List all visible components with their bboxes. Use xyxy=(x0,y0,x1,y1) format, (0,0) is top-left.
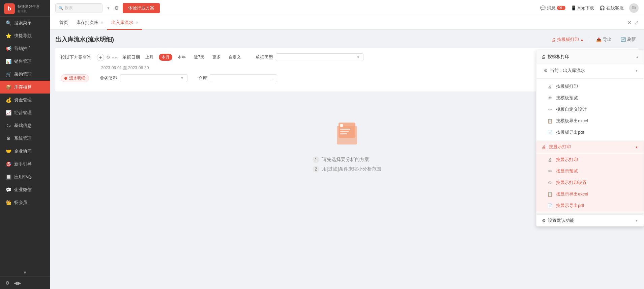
print-template-btn[interactable]: 🖨 按模板打印 ▲ xyxy=(549,35,586,44)
footer-label: 设置默认功能 xyxy=(548,217,574,224)
filter-gear-icon[interactable]: ⚙ xyxy=(106,55,110,60)
basic-icon: 🗂 xyxy=(5,123,11,129)
sidebar-item-label: 应用中心 xyxy=(14,174,32,180)
display-settings-label: 按显示打印设置 xyxy=(556,180,587,186)
customer-service-label: 在线客服 xyxy=(606,5,624,11)
sidebar-item-sales[interactable]: 📊 销售管理 xyxy=(0,55,50,68)
display-pdf-label: 按显示导出pdf xyxy=(556,203,584,209)
doc-type-select[interactable]: ▼ xyxy=(276,53,363,61)
refresh-btn[interactable]: 🔄 刷新 xyxy=(618,35,639,44)
sidebar-scroll-down[interactable]: ▼ xyxy=(0,269,50,277)
date-btn-more[interactable]: 更多 xyxy=(210,54,223,61)
dropdown-template-pdf[interactable]: 📄 按模板导出pdf xyxy=(536,127,644,138)
topbar-gear-icon[interactable]: ⚙ xyxy=(114,5,119,11)
headset-icon: 🎧 xyxy=(599,5,605,10)
dropdown-template-excel[interactable]: 📋 按模板导出excel xyxy=(536,115,644,127)
sidebar-item-label: 销售管理 xyxy=(14,58,32,64)
search-icon: 🔍 xyxy=(58,6,63,10)
filter-label: 按以下方案查询 xyxy=(61,54,91,60)
display-section-header[interactable]: 🖨 按显示打印 ▲ xyxy=(536,141,644,153)
filter-add-btn[interactable]: + xyxy=(97,54,104,61)
guide-icon: 🎯 xyxy=(5,161,11,167)
step-2-text: 用[过滤]条件来缩小分析范围 xyxy=(322,166,381,172)
customer-service-btn[interactable]: 🎧 在线客服 xyxy=(599,5,624,11)
step-1-num: 1 xyxy=(313,156,319,163)
date-btn-custom[interactable]: 自定义 xyxy=(226,54,243,61)
sidebar-item-system[interactable]: ⚙ 系统管理 xyxy=(0,132,50,145)
sidebar-item-inventory[interactable]: 📦 库存核算 xyxy=(0,81,50,94)
app-download-btn[interactable]: 📱 App下载 xyxy=(571,5,594,11)
vip-icon: 👑 xyxy=(5,200,11,206)
sidebar-item-finance[interactable]: 💰 资金管理 xyxy=(0,94,50,106)
tab-flow[interactable]: 出入库流水 × xyxy=(107,16,142,30)
message-badge: 99+ xyxy=(557,6,565,10)
app-edition: 标准版 xyxy=(18,9,40,14)
coop-icon: 🤝 xyxy=(5,148,11,154)
filter-collapse-icon[interactable]: «» xyxy=(112,55,117,60)
avatar[interactable]: Rit xyxy=(629,3,639,13)
sidebar-item-basic[interactable]: 🗂 基础信息 xyxy=(0,119,50,132)
sidebar-item-marketing[interactable]: 📢 营销推广 xyxy=(0,42,50,55)
tab-home[interactable]: 首页 xyxy=(55,16,72,30)
dropdown-display-settings[interactable]: ⚙ 按显示打印设置 xyxy=(536,177,644,188)
sidebar-item-vip[interactable]: 👑 畅会员 xyxy=(0,196,50,209)
warehouse-select[interactable]: … xyxy=(210,74,277,82)
date-btn-this-year[interactable]: 本年 xyxy=(175,54,188,61)
tab-flow-label: 出入库流水 xyxy=(111,20,133,26)
sidebar-item-wechat[interactable]: 💬 企业微信 xyxy=(0,183,50,196)
set-default-btn[interactable]: ⚙ 设置默认功能 xyxy=(542,217,574,224)
empty-steps: 1 请先选择要分析的方案 2 用[过滤]条件来缩小分析范围 xyxy=(313,156,381,173)
biz-type-select[interactable]: ▼ xyxy=(120,74,187,82)
dropdown-template-custom[interactable]: ✏ 模板自定义设计 xyxy=(536,104,644,115)
dropdown-display-pdf[interactable]: 📄 按显示导出pdf xyxy=(536,200,644,211)
sidebar-item-quicknav[interactable]: ⭐ 快捷导航 xyxy=(0,29,50,42)
sidebar-item-label: 库存核算 xyxy=(14,84,32,90)
marketing-icon: 📢 xyxy=(5,46,11,52)
message-btn[interactable]: 💬 消息 99+ xyxy=(540,5,565,11)
industry-btn[interactable]: 体验行业方案 xyxy=(123,3,160,13)
collapse-icon[interactable]: ◀▶ xyxy=(14,280,21,286)
sidebar-item-label: 营销推广 xyxy=(14,46,32,52)
excel-icon: 📋 xyxy=(547,191,553,197)
sidebar-item-operation[interactable]: 📈 经营管理 xyxy=(0,106,50,119)
tab-flow-close[interactable]: × xyxy=(136,20,138,25)
current-template-text: 当前：出入库流水 xyxy=(550,68,585,74)
tab-batch[interactable]: 库存批次账 × xyxy=(72,16,107,30)
main-area: 🔍 搜索 ▼ ⚙ 体验行业方案 💬 消息 99+ 📱 App下载 🎧 在线客服 … xyxy=(50,0,644,289)
date-label: 单据日期 xyxy=(122,54,140,60)
chevron-down-icon: ▼ xyxy=(107,6,110,10)
tab-batch-close[interactable]: × xyxy=(101,20,103,25)
sidebar-item-search[interactable]: 🔍 搜索菜单 xyxy=(0,17,50,29)
dropdown-display-preview[interactable]: 👁 按显示预览 xyxy=(536,165,644,177)
sidebar-item-guide[interactable]: 🎯 新手引导 xyxy=(0,158,50,170)
dropdown-display-excel[interactable]: 📋 按显示导出excel xyxy=(536,188,644,200)
dropdown-display-print[interactable]: 🖨 按显示打印 xyxy=(536,154,644,165)
page-title: 出入库流水(流水明细) xyxy=(55,35,114,44)
export-label: 导出 xyxy=(603,36,612,43)
settings-gear-icon[interactable]: ⚙ xyxy=(5,280,10,286)
topbar-search[interactable]: 🔍 搜索 xyxy=(55,3,103,12)
sidebar-item-appstore[interactable]: 🔲 应用中心 xyxy=(0,170,50,183)
sidebar-item-purchase[interactable]: 🛒 采购管理 xyxy=(0,68,50,81)
sidebar-nav: 🔍 搜索菜单 ⭐ 快捷导航 📢 营销推广 📊 销售管理 🛒 采购管理 📦 库存核… xyxy=(0,17,50,269)
filter-tag[interactable]: 流水明细 xyxy=(61,74,89,82)
print-icon: 🖨 xyxy=(547,157,553,162)
dropdown-header: 🖨 按模板打印 ▲ xyxy=(536,50,644,63)
dropdown-template-print[interactable]: 🖨 按模板打印 xyxy=(536,81,644,92)
dropdown-template-preview[interactable]: 👁 按模板预览 xyxy=(536,92,644,104)
close-window-icon[interactable]: ✕ xyxy=(627,20,632,26)
date-btn-7days[interactable]: 近7天 xyxy=(191,54,207,61)
display-section-title: 按显示打印 xyxy=(549,144,571,150)
dropdown-current-item[interactable]: 🖨 当前：出入库流水 ▼ xyxy=(536,65,644,76)
date-btn-this-month[interactable]: 本月 xyxy=(159,54,172,61)
sidebar-bottom: ⚙ ◀▶ xyxy=(0,277,50,289)
date-btn-last-month[interactable]: 上月 xyxy=(143,54,156,61)
export-btn[interactable]: 📤 导出 xyxy=(593,35,614,44)
refresh-icon: 🔄 xyxy=(620,37,626,42)
maximize-icon[interactable]: ⤢ xyxy=(634,20,639,26)
sidebar-item-coop[interactable]: 🤝 企业协同 xyxy=(0,145,50,158)
print-template-label: 按模板打印 xyxy=(557,36,579,43)
display-print-label: 按显示打印 xyxy=(556,157,578,163)
date-filter-group: 单据日期 上月 本月 本年 近7天 更多 自定义 xyxy=(122,54,243,61)
default-icon: ⚙ xyxy=(542,218,546,223)
